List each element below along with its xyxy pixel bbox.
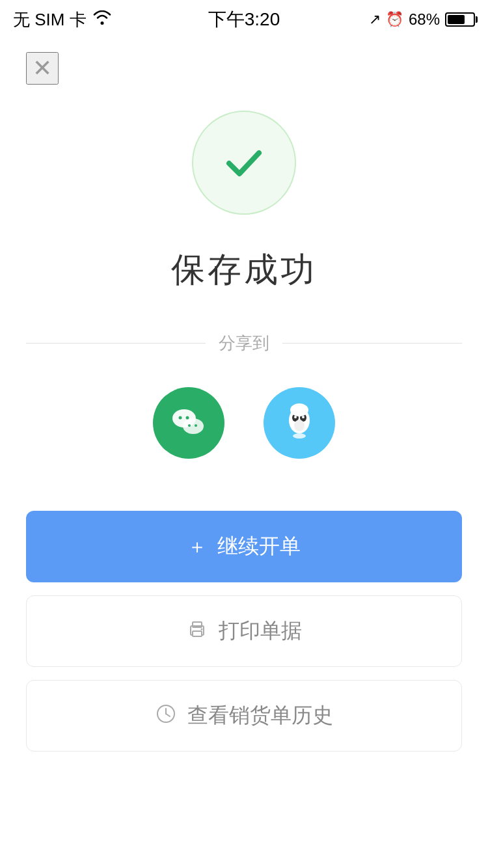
clock-icon — [155, 703, 177, 729]
history-button[interactable]: 查看销货单历史 — [26, 680, 462, 752]
svg-point-3 — [186, 416, 189, 420]
battery-percent: 68% — [409, 10, 440, 29]
print-label: 打印单据 — [219, 617, 302, 645]
svg-point-7 — [293, 433, 306, 439]
wifi-icon — [93, 10, 111, 29]
action-buttons: ＋ 继续开单 打印单据 — [26, 511, 462, 752]
continue-button[interactable]: ＋ 继续开单 — [26, 511, 462, 582]
alarm-icon: ⏰ — [386, 11, 403, 28]
status-carrier: 无 SIM 卡 — [13, 8, 111, 31]
svg-point-5 — [195, 424, 197, 427]
close-icon: ✕ — [33, 57, 52, 80]
svg-point-11 — [302, 416, 305, 418]
success-title: 保存成功 — [171, 247, 317, 293]
qq-share-button[interactable] — [264, 387, 335, 459]
location-icon: ↗ — [369, 11, 381, 28]
svg-point-1 — [183, 418, 204, 434]
continue-label: 继续开单 — [217, 532, 301, 561]
svg-point-18 — [201, 628, 203, 630]
status-time: 下午3:20 — [208, 7, 280, 32]
svg-point-2 — [179, 416, 182, 420]
success-indicator — [192, 111, 296, 215]
main-content: ✕ 保存成功 分享到 — [0, 39, 488, 778]
svg-point-14 — [290, 403, 308, 416]
plus-icon: ＋ — [187, 534, 207, 560]
divider-left — [26, 343, 206, 344]
share-icons-container — [153, 387, 335, 459]
print-button[interactable]: 打印单据 — [26, 595, 462, 667]
svg-rect-17 — [193, 631, 202, 636]
wechat-share-button[interactable] — [153, 387, 224, 459]
qq-icon — [280, 403, 319, 442]
status-bar: 无 SIM 卡 下午3:20 ↗ ⏰ 68% — [0, 0, 488, 39]
share-label: 分享到 — [219, 332, 269, 355]
battery-icon — [445, 12, 475, 27]
checkmark-icon — [221, 140, 267, 185]
share-divider: 分享到 — [26, 332, 462, 355]
close-button[interactable]: ✕ — [26, 52, 59, 85]
svg-line-21 — [166, 714, 170, 716]
divider-right — [282, 343, 462, 344]
svg-point-13 — [294, 420, 305, 431]
history-label: 查看销货单历史 — [187, 701, 333, 730]
wechat-icon — [167, 401, 210, 444]
carrier-text: 无 SIM 卡 — [13, 8, 87, 31]
svg-point-4 — [188, 424, 191, 427]
printer-icon — [186, 618, 208, 645]
status-right: ↗ ⏰ 68% — [369, 10, 475, 29]
svg-point-10 — [294, 416, 297, 418]
